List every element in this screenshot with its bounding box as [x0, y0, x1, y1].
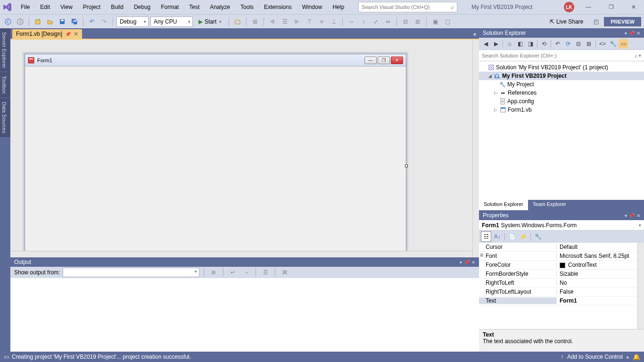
- rail-tab-server-explorer[interactable]: Server Explorer: [0, 28, 10, 72]
- panel-close-icon[interactable]: ✕: [636, 31, 640, 36]
- live-share-button[interactable]: ⇱ Live Share: [550, 18, 583, 25]
- tab-team-explorer[interactable]: Team Explorer: [528, 200, 571, 210]
- h-scrollbar[interactable]: [10, 251, 472, 257]
- properties-grid[interactable]: CursorDefaultFont⊞Microsoft Sans Serif, …: [479, 243, 637, 329]
- tree-row-appconfig[interactable]: App.config: [479, 97, 644, 106]
- chevron-right-icon[interactable]: ▷: [493, 90, 498, 95]
- expand-icon[interactable]: ⊞: [584, 39, 594, 49]
- form-preview[interactable]: Form1 — ❐ ✕: [25, 54, 406, 257]
- prop-row-righttoleftlayout[interactable]: RightToLeftLayoutFalse: [479, 288, 637, 296]
- output-source-select[interactable]: [63, 268, 199, 277]
- prop-row-formborderstyle[interactable]: FormBorderStyleSizable: [479, 270, 637, 279]
- preview-button[interactable]: PREVIEW: [604, 17, 641, 26]
- form-close-button[interactable]: ✕: [391, 57, 403, 64]
- minimize-button[interactable]: —: [580, 1, 597, 13]
- collapse-icon[interactable]: ⊟: [574, 39, 583, 49]
- rail-tab-data-sources[interactable]: Data Sources: [0, 98, 10, 137]
- properties-icon[interactable]: 🔧: [608, 39, 618, 49]
- panel-close-icon[interactable]: ✕: [471, 260, 475, 265]
- events-icon[interactable]: ⚡: [518, 231, 528, 242]
- tree-row-project[interactable]: ◢ VB My First VB2019 Project: [479, 72, 644, 80]
- panel-close-icon[interactable]: ✕: [636, 213, 640, 218]
- menu-debug[interactable]: Debug: [129, 2, 155, 12]
- prop-row-forecolor[interactable]: ForeColorControlText: [479, 261, 637, 270]
- prop-row-righttoleft[interactable]: RightToLeftNo: [479, 279, 637, 288]
- prop-row-font[interactable]: Font⊞Microsoft Sans Serif, 8.25pt: [479, 252, 637, 261]
- tab-close-icon[interactable]: ✕: [74, 31, 78, 37]
- panel-dropdown-icon[interactable]: ▾: [460, 260, 462, 265]
- start-button[interactable]: ▶ Start ▾: [195, 16, 225, 27]
- pin-icon[interactable]: 📌: [464, 260, 470, 265]
- send-back-icon[interactable]: ▢: [442, 16, 453, 27]
- align-center-icon[interactable]: ☰: [280, 16, 290, 27]
- feedback-button[interactable]: ◰: [591, 16, 601, 27]
- nav-fwd-button[interactable]: [15, 16, 25, 27]
- menu-window[interactable]: Window: [297, 2, 327, 12]
- alphabetical-icon[interactable]: A↓: [492, 231, 503, 242]
- redo-button[interactable]: ↷: [99, 16, 109, 27]
- back-icon[interactable]: ◀: [481, 39, 490, 49]
- align-bottom-icon[interactable]: ⊥: [329, 16, 339, 27]
- save-button[interactable]: [57, 16, 67, 27]
- pin-icon[interactable]: 📌: [629, 31, 635, 36]
- code-icon[interactable]: <>: [598, 39, 607, 49]
- notifications-icon[interactable]: 🔔: [633, 354, 640, 361]
- menu-analyze[interactable]: Analyze: [205, 2, 235, 12]
- undo-button[interactable]: ↶: [87, 16, 97, 27]
- chevron-down-icon[interactable]: ◢: [487, 74, 493, 78]
- tab-solution-explorer[interactable]: Solution Explorer: [479, 200, 528, 210]
- open-button[interactable]: [45, 16, 55, 27]
- align-grid-icon[interactable]: ⊞: [250, 16, 260, 27]
- refresh-icon[interactable]: ⟳: [563, 39, 573, 49]
- toolbox-button[interactable]: [232, 16, 243, 27]
- menu-test[interactable]: Test: [184, 2, 204, 12]
- resize-handle-icon[interactable]: [405, 165, 408, 167]
- size-height-icon[interactable]: ↕: [358, 16, 369, 27]
- output-list-icon[interactable]: ☰: [260, 267, 271, 278]
- home-icon[interactable]: ⌂: [505, 39, 514, 49]
- menu-extensions[interactable]: Extensions: [259, 2, 297, 12]
- quick-search[interactable]: ⌕: [358, 2, 457, 12]
- categorized-icon[interactable]: ☷: [481, 231, 491, 242]
- panel-dropdown-icon[interactable]: ▾: [625, 213, 627, 218]
- prop-row-cursor[interactable]: CursorDefault: [479, 243, 637, 252]
- user-avatar[interactable]: LK: [564, 2, 574, 12]
- menu-edit[interactable]: Edit: [35, 2, 55, 12]
- rail-tab-toolbox[interactable]: Toolbox: [0, 72, 10, 98]
- chevron-right-icon[interactable]: ▷: [493, 107, 498, 112]
- platform-select[interactable]: Any CPU: [150, 16, 193, 27]
- bring-front-icon[interactable]: ▣: [430, 16, 440, 27]
- v-scrollbar[interactable]: [472, 40, 479, 257]
- nav-back-button[interactable]: [3, 16, 13, 27]
- prop-row-text[interactable]: TextForm1: [479, 296, 637, 305]
- tree-row-references[interactable]: ▷ ▪▪ References: [479, 89, 644, 97]
- form-min-button[interactable]: —: [364, 57, 377, 64]
- center-h-icon[interactable]: ⊟: [400, 16, 411, 27]
- align-left-icon[interactable]: ⫷: [267, 16, 278, 27]
- menu-tools[interactable]: Tools: [236, 2, 258, 12]
- menu-file[interactable]: File: [16, 2, 34, 12]
- form-client-area[interactable]: [25, 66, 406, 257]
- output-clear-icon[interactable]: ⊗: [208, 267, 219, 278]
- show-all-icon[interactable]: ▭: [619, 39, 628, 49]
- menu-view[interactable]: View: [56, 2, 77, 12]
- source-control-button[interactable]: Add to Source Control: [567, 354, 623, 360]
- menu-format[interactable]: Format: [156, 2, 183, 12]
- size-both-icon[interactable]: ⤢: [371, 16, 381, 27]
- align-middle-icon[interactable]: ≡: [316, 16, 327, 27]
- config-select[interactable]: Debug: [116, 16, 149, 27]
- tree-row-myproject[interactable]: 🔧 My Project: [479, 80, 644, 89]
- designer-surface[interactable]: Form1 — ❐ ✕: [10, 39, 479, 257]
- space-h-icon[interactable]: ⇔: [383, 16, 393, 27]
- solution-search[interactable]: ⌕ ▾: [479, 50, 644, 61]
- output-text[interactable]: [10, 278, 479, 352]
- pin-icon[interactable]: 📌: [65, 32, 71, 37]
- menu-build[interactable]: Build: [106, 2, 128, 12]
- scope-icon[interactable]: ◧: [515, 39, 525, 49]
- solution-search-input[interactable]: [482, 53, 635, 58]
- quick-search-input[interactable]: [362, 4, 451, 10]
- maximize-button[interactable]: ❐: [603, 1, 619, 13]
- output-cmd-icon[interactable]: ⌘: [280, 267, 290, 278]
- align-right-icon[interactable]: ⫸: [292, 16, 302, 27]
- undo-icon[interactable]: ↶: [553, 39, 562, 49]
